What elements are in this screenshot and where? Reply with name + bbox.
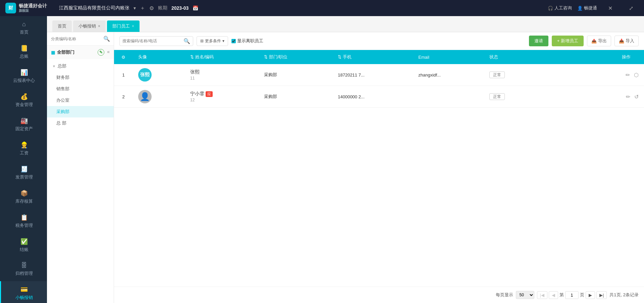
funds-icon: 💰 — [20, 93, 28, 100]
sidebar-item-invoice[interactable]: 🧾 发票管理 — [0, 161, 47, 185]
dept-node-label-hq2: 总 部 — [56, 120, 66, 126]
filter-arrow-icon: ▾ — [222, 39, 224, 43]
col-email: Email — [413, 50, 484, 64]
prev-page-button[interactable]: ◀ — [549, 291, 558, 299]
col-phone[interactable]: ⇅ 手机 — [332, 50, 413, 64]
dept-node-label-purchase: 采购部 — [56, 109, 69, 115]
tab-expense-close-icon[interactable]: × — [98, 24, 100, 29]
dropdown-arrow-icon[interactable]: ▾ — [133, 5, 136, 11]
salary-icon: 👷 — [20, 141, 28, 149]
sidebar-label-expense: 小畅报销 — [15, 295, 33, 301]
col-name-code[interactable]: ⇅ 姓名/编码 — [185, 50, 259, 64]
pagination-bar: 每页显示 50 20 100 |◀ ◀ 第 页 ▶ ▶| — [114, 287, 644, 303]
more-filter-button[interactable]: ⊞ 更多条件 ▾ — [197, 36, 228, 46]
last-page-button[interactable]: ▶| — [596, 291, 607, 299]
total-info: 共1页, 2条记录 — [609, 292, 639, 298]
dept-node-sales[interactable]: 销售部 — [47, 83, 114, 95]
table-row: 2 👤 宁小霏 — [114, 86, 644, 108]
header-right: 🎧 人工咨询 👤 畅捷通 ✕ ⤢ — [548, 0, 639, 16]
sidebar-item-inventory[interactable]: 📦 库存核算 — [0, 185, 47, 209]
sidebar-item-funds[interactable]: 💰 资金管理 — [0, 88, 47, 112]
row1-dept: 采购部 — [259, 64, 332, 86]
sidebar-item-reports[interactable]: 📊 云报表中心 — [0, 64, 47, 88]
archive-icon: 🗄 — [21, 262, 27, 269]
sidebar-label-ledger: 总账 — [20, 53, 29, 59]
invite-button[interactable]: 邀请 — [529, 36, 548, 46]
di-label: 第 — [559, 292, 564, 298]
dept-node-purchase[interactable]: 采购部 — [47, 106, 114, 117]
settings-icon[interactable]: ⚙ — [149, 5, 154, 11]
tab-bar: 首页 小畅报销 × 部门员工 × — [47, 16, 644, 32]
row2-delete-icon[interactable]: ↺ — [634, 94, 639, 100]
add-employee-label: + 新增员工 — [557, 38, 578, 44]
row1-code: 11 — [190, 76, 253, 81]
dept-root-label[interactable]: 全部部门 — [57, 49, 74, 55]
collapse-icon[interactable]: « — [107, 49, 110, 56]
row1-edit-icon[interactable]: ✏ — [626, 72, 630, 78]
edit-dept-icon[interactable]: ✎ — [98, 49, 104, 56]
employee-toolbar: 🔍 ⊞ 更多条件 ▾ 显示离职员工 邀请 — [114, 32, 644, 50]
col-avatar: 头像 — [133, 50, 185, 64]
first-page-button[interactable]: |◀ — [537, 291, 547, 299]
close-window-button[interactable]: ✕ — [602, 0, 618, 16]
row1-status-cell: 正常 — [484, 64, 585, 86]
import-label: 导入 — [626, 38, 634, 44]
page-size-select[interactable]: 50 20 100 — [516, 291, 534, 299]
add-company-icon[interactable]: ＋ — [140, 5, 145, 12]
page-number-input[interactable] — [565, 291, 579, 299]
consult-button[interactable]: 🎧 人工咨询 — [548, 5, 572, 11]
user-menu[interactable]: 👤 畅捷通 — [577, 5, 597, 11]
employee-search-box: 🔍 — [119, 36, 193, 46]
dept-search-bar: 🔍 — [47, 32, 114, 46]
sidebar-item-tax[interactable]: 📋 税务管理 — [0, 209, 47, 233]
dept-node-office[interactable]: 办公室 — [47, 95, 114, 106]
add-employee-button[interactable]: + 新增员工 — [552, 36, 584, 46]
sidebar-label-reports: 云报表中心 — [13, 78, 35, 84]
sidebar-item-assets[interactable]: 🏭 固定资产 — [0, 112, 47, 137]
tab-dept-employee-close-icon[interactable]: × — [132, 24, 134, 29]
username: 畅捷通 — [584, 5, 597, 11]
sidebar-item-archive[interactable]: 🗄 归档管理 — [0, 257, 47, 281]
consult-label: 人工咨询 — [554, 5, 572, 11]
tab-dept-employee[interactable]: 部门员工 × — [107, 20, 140, 32]
row2-dept: 采购部 — [259, 86, 332, 108]
logo-icon: 财 — [5, 3, 16, 13]
dept-search-icon[interactable]: 🔍 — [103, 36, 110, 42]
col-status: 状态 — [484, 50, 585, 64]
export-button[interactable]: 📤 导出 — [587, 36, 611, 46]
employee-search-icon[interactable]: 🔍 — [183, 38, 190, 44]
tab-home[interactable]: 首页 — [52, 20, 72, 32]
dept-node-label-sales: 销售部 — [56, 86, 69, 92]
dept-search-input[interactable] — [51, 37, 101, 41]
calendar-icon[interactable]: 📅 — [193, 5, 198, 11]
sidebar-item-ledger[interactable]: 📒 总账 — [0, 40, 47, 64]
tab-dept-employee-label: 部门员工 — [112, 23, 130, 29]
col-dept[interactable]: ⇅ 部门/职位 — [259, 50, 332, 64]
row2-edit-icon[interactable]: ✏ — [626, 94, 630, 100]
maximize-window-button[interactable]: ⤢ — [623, 0, 639, 16]
row1-avatar: 张熙 — [138, 68, 152, 82]
tax-icon: 📋 — [20, 214, 28, 221]
dept-node-hq[interactable]: ▼ 总部 — [47, 60, 114, 72]
employee-search-input[interactable] — [122, 39, 181, 43]
import-button[interactable]: 📥 导入 — [614, 36, 639, 46]
row2-badge: 应 — [206, 91, 213, 97]
top-header: 财 畅捷通好会计 旗舰版 江西服宝精品有限责任公司内账张 ▾ ＋ ⚙ 账期 20… — [0, 0, 644, 16]
row2-avatar-cell: 👤 — [133, 86, 185, 108]
col-settings[interactable]: ⚙ — [114, 50, 133, 64]
expense-icon: 💳 — [20, 286, 28, 293]
dept-node-hq2[interactable]: 总 部 — [47, 117, 114, 129]
show-resigned-checkbox-label[interactable]: 显示离职员工 — [231, 38, 263, 44]
export-label: 导出 — [598, 38, 607, 44]
sidebar-item-checkout[interactable]: ✅ 结账 — [0, 233, 47, 257]
show-resigned-checkbox[interactable] — [231, 39, 236, 43]
row1-logout-icon[interactable]: ⬡ — [634, 72, 639, 78]
row2-status-badge: 正常 — [489, 93, 505, 100]
tab-expense[interactable]: 小畅报销 × — [73, 20, 106, 32]
sidebar-item-home[interactable]: ⌂ 首页 — [0, 16, 47, 40]
sidebar-item-salary[interactable]: 👷 工资 — [0, 137, 47, 161]
next-page-button[interactable]: ▶ — [586, 291, 595, 299]
dept-node-finance[interactable]: 财务部 — [47, 72, 114, 83]
sidebar-label-inventory: 库存核算 — [15, 198, 33, 204]
sidebar-item-expense[interactable]: 💳 小畅报销 — [0, 281, 47, 303]
